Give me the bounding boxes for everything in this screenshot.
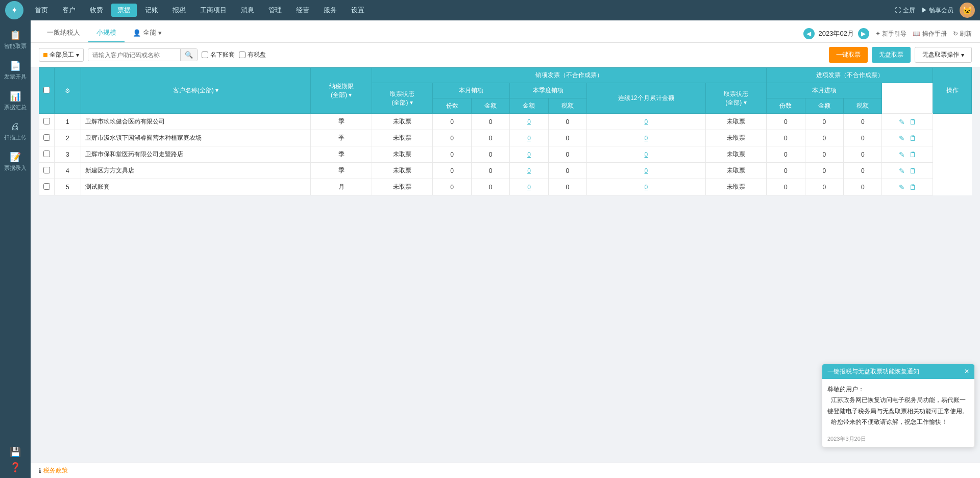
tab-small-scale[interactable]: 小规模 (88, 24, 125, 42)
employee-filter-label: 全部员工 (50, 51, 74, 59)
nav-operation[interactable]: 经营 (290, 4, 315, 17)
th-sales-shares: 份数 (433, 98, 471, 114)
popup-body: 尊敬的用户： 江苏政务网已恢复访问电子税务局功能，易代账一键登陆电子税务局与无盘… (822, 379, 974, 433)
nav-invoice[interactable]: 票据 (111, 4, 137, 17)
detail-icon[interactable]: 🗒 (909, 118, 916, 126)
dropdown-icon: ▾ (76, 52, 79, 59)
one-click-fetch-btn[interactable]: 一键取票 (829, 47, 868, 63)
row-actions: ✎ 🗒 (882, 179, 933, 195)
row-purchase-status: 未取票 (705, 114, 767, 130)
row-sales-amount: 0 (471, 130, 509, 146)
edit-icon[interactable]: ✎ (899, 150, 905, 159)
sidebar-help-icon[interactable]: ❓ (10, 462, 21, 473)
row-purchase-tax: 0 (844, 130, 882, 146)
detail-icon[interactable]: 🗒 (909, 150, 916, 159)
sidebar-item-smart-fetch[interactable]: 📋 智能取票 (2, 26, 29, 54)
row-checkbox[interactable] (39, 130, 55, 146)
select-all-checkbox[interactable] (43, 87, 50, 93)
refresh-link[interactable]: ↻ 刷新 (953, 30, 972, 38)
sidebar-label-invoice-issue: 发票开具 (4, 73, 27, 81)
row-select-checkbox[interactable] (43, 167, 50, 173)
filter-dot (43, 53, 47, 57)
row-select-checkbox[interactable] (43, 118, 50, 124)
nav-tax[interactable]: 报税 (166, 4, 192, 17)
row-tax-period: 季 (311, 130, 372, 146)
row-client-name: 测试账套 (81, 179, 311, 195)
action-links: ✦ 新手引导 📖 操作手册 ↻ 刷新 (875, 30, 972, 38)
has-tax-disk-check[interactable]: 有税盘 (239, 51, 266, 59)
sidebar-item-invoice-entry[interactable]: 📝 票据录入 (2, 147, 29, 176)
detail-icon[interactable]: 🗒 (909, 167, 916, 175)
my-accounts-check[interactable]: 名下账套 (202, 51, 235, 59)
sidebar: 📋 智能取票 📄 发票开具 📊 票据汇总 🖨 扫描上传 📝 票据录入 💾 ❓ (0, 20, 31, 478)
nav-client[interactable]: 客户 (56, 4, 82, 17)
row-no: 1 (55, 114, 81, 130)
tab-bar: 一般纳税人 小规模 👤 全能 ▾ ◀ 2023年02月 ▶ ✦ 新手引导 📖 操… (31, 20, 980, 43)
th-checkbox (39, 68, 55, 114)
nav-settings[interactable]: 设置 (345, 4, 371, 17)
no-disk-ops-btn[interactable]: 无盘取票操作 ▾ (915, 47, 972, 63)
user-avatar[interactable]: 🐱 (960, 3, 975, 18)
row-sales-shares: 0 (433, 163, 471, 179)
popup-close-icon[interactable]: ✕ (964, 368, 969, 375)
detail-icon[interactable]: 🗒 (909, 183, 916, 191)
has-tax-disk-checkbox[interactable] (239, 52, 246, 58)
sidebar-item-scan-upload[interactable]: 🖨 扫描上传 (2, 117, 29, 145)
row-client-name: 卫辉市汲水镇下园湖睿囿营木种植家庭农场 (81, 130, 311, 146)
prev-month-btn[interactable]: ◀ (803, 28, 815, 39)
toolbar-right: 一键取票 无盘取票 无盘取票操作 ▾ (829, 47, 972, 63)
manual-link[interactable]: 📖 操作手册 (913, 30, 946, 38)
sidebar-item-invoice-issue[interactable]: 📄 发票开具 (2, 56, 29, 85)
row-purchase-shares: 0 (767, 130, 805, 146)
row-select-checkbox[interactable] (43, 183, 50, 190)
row-quarter-tax: 0 (548, 114, 586, 130)
row-quarter-tax: 0 (548, 130, 586, 146)
row-purchase-shares: 0 (767, 146, 805, 163)
edit-icon[interactable]: ✎ (899, 183, 905, 191)
row-consecutive12: 0 (587, 163, 705, 179)
row-tax-period: 月 (311, 179, 372, 195)
nav-billing[interactable]: 收费 (84, 4, 109, 17)
tax-policy-link[interactable]: 税务政策 (43, 466, 68, 475)
fullscreen-btn[interactable]: ⛶ 全屏 (895, 6, 915, 15)
detail-icon[interactable]: 🗒 (909, 134, 916, 142)
nav-home[interactable]: 首页 (29, 4, 54, 17)
row-checkbox[interactable] (39, 163, 55, 179)
th-quarter-tax: 税额 (548, 98, 586, 114)
nav-manage[interactable]: 管理 (262, 4, 288, 17)
nav-message[interactable]: 消息 (235, 4, 260, 17)
tab-general-taxpayer[interactable]: 一般纳税人 (39, 24, 88, 42)
next-month-btn[interactable]: ▶ (858, 28, 869, 39)
row-checkbox[interactable] (39, 114, 55, 130)
row-purchase-amount: 0 (805, 114, 843, 130)
no-disk-fetch-btn[interactable]: 无盘取票 (872, 47, 911, 63)
table-body: 1 卫辉市玖玖健合医药有限公司 季 未取票 0 0 0 0 0 未取票 0 0 … (39, 114, 972, 195)
row-quarter-tax: 0 (548, 163, 586, 179)
nav-business[interactable]: 工商项目 (194, 4, 233, 17)
tab-all[interactable]: 👤 全能 ▾ (125, 24, 170, 42)
sidebar-item-invoice-summary[interactable]: 📊 票据汇总 (2, 87, 29, 115)
row-checkbox[interactable] (39, 146, 55, 163)
row-select-checkbox[interactable] (43, 134, 50, 141)
employee-filter[interactable]: 全部员工 ▾ (39, 48, 84, 62)
sidebar-download-icon[interactable]: 💾 (10, 446, 21, 458)
my-accounts-checkbox[interactable] (202, 52, 208, 58)
row-select-checkbox[interactable] (43, 150, 50, 157)
th-tax-period: 纳税期限(全部) ▾ (311, 68, 372, 114)
nav-accounting[interactable]: 记账 (139, 4, 164, 17)
beginner-guide-link[interactable]: ✦ 新手引导 (875, 30, 906, 38)
edit-icon[interactable]: ✎ (899, 167, 905, 175)
all-tab-icon: 👤 (133, 29, 141, 37)
search-button[interactable]: 🔍 (180, 49, 197, 61)
invoice-issue-icon: 📄 (10, 60, 21, 71)
row-checkbox[interactable] (39, 179, 55, 195)
edit-icon[interactable]: ✎ (899, 134, 905, 142)
row-sales-amount: 0 (471, 163, 509, 179)
row-purchase-status: 未取票 (705, 163, 767, 179)
edit-icon[interactable]: ✎ (899, 118, 905, 126)
row-purchase-amount: 0 (805, 163, 843, 179)
member-btn[interactable]: ▶ 畅享会员 (921, 6, 953, 15)
row-quarter-tax: 0 (548, 179, 586, 195)
nav-service[interactable]: 服务 (317, 4, 343, 17)
search-input[interactable] (88, 49, 180, 61)
